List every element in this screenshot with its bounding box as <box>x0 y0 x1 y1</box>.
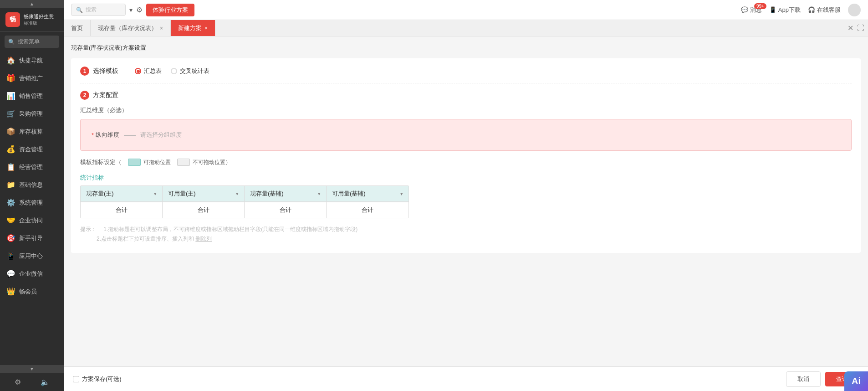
tab-home-label: 首页 <box>71 24 83 32</box>
crown-icon: 👑 <box>6 287 15 296</box>
sidebar-item-label: 系统管理 <box>19 199 43 207</box>
col-dropdown-icon-0[interactable]: ▾ <box>154 191 157 197</box>
stats-table-row: 合计 合计 合计 合计 <box>81 202 408 218</box>
radio-summary-label: 汇总表 <box>144 67 162 75</box>
nodrag-indicator-box <box>177 159 190 166</box>
message-icon: 💬 <box>741 6 748 13</box>
tab-close-btn[interactable]: ✕ <box>848 24 853 32</box>
cancel-button[interactable]: 取消 <box>786 371 821 387</box>
sidebar-item-new-guide[interactable]: 🎯 新手引导 <box>0 229 64 247</box>
sidebar-nav: 🏠 快捷导航 🎁 营销推广 📊 销售管理 🛒 采购管理 📦 库存核算 💰 资金管… <box>0 51 64 365</box>
template-radio-group: 汇总表 交叉统计表 <box>135 67 209 75</box>
tab-inventory-status[interactable]: 现存量（库存状况表） × <box>91 20 171 36</box>
tips-section: 提示： 1.拖动标题栏可以调整布局，不可跨维度或指标区域拖动栏目字段(只能在同一… <box>80 226 852 243</box>
col-header-1[interactable]: 可用量(主) ▾ <box>163 186 245 201</box>
sidebar-item-management[interactable]: 📋 经营管理 <box>0 158 64 176</box>
sidebar-item-label: 库存核算 <box>19 128 43 136</box>
sidebar-item-sales[interactable]: 📊 销售管理 <box>0 87 64 105</box>
col-header-2[interactable]: 现存量(基辅) ▾ <box>245 186 327 201</box>
radio-summary-circle <box>135 68 141 74</box>
app-name: 畅康通好生意 <box>24 13 54 20</box>
tip-title: 提示： <box>80 226 102 232</box>
tab-expand-btn[interactable]: ⛶ <box>857 24 864 32</box>
sidebar-item-label: 资金管理 <box>19 145 43 154</box>
tabs-bar-right: ✕ ⛶ <box>848 24 868 32</box>
sidebar-item-vip[interactable]: 👑 畅会员 <box>0 283 64 300</box>
radio-summary[interactable]: 汇总表 <box>135 67 162 75</box>
message-btn[interactable]: 💬 消息 99+ <box>741 6 762 14</box>
drag-indicator-box <box>128 159 141 166</box>
col-header-label-0: 现存量(主) <box>86 190 114 198</box>
dimension-area[interactable]: * 纵向维度 —— 请选择分组维度 <box>80 119 852 151</box>
settings-icon[interactable]: ⚙ <box>15 378 21 386</box>
app-version: 标准版 <box>24 20 54 26</box>
col-dropdown-icon-2[interactable]: ▾ <box>318 191 321 197</box>
box-icon: 📦 <box>6 127 15 136</box>
indicator-label: 模板指标设定（ <box>80 158 122 166</box>
app-download-label: App下载 <box>778 6 801 14</box>
ai-float-button[interactable]: Ai <box>844 371 868 391</box>
sidebar-scroll-up[interactable]: ▲ <box>0 0 64 8</box>
tab-home[interactable]: 首页 <box>64 20 91 36</box>
sidebar-item-app-center[interactable]: 📱 应用中心 <box>0 247 64 265</box>
tab-new-plan[interactable]: 新建方案 × <box>171 20 215 36</box>
sidebar-scroll-down[interactable]: ▼ <box>0 365 64 373</box>
home-icon: 🏠 <box>6 56 15 65</box>
radio-cross-label: 交叉统计表 <box>180 67 209 75</box>
save-option[interactable]: 方案保存(可选) <box>73 375 122 383</box>
sidebar-item-finance[interactable]: 💰 资金管理 <box>0 140 64 158</box>
sidebar-item-label: 基础信息 <box>19 181 43 189</box>
target-icon: 🎯 <box>6 234 15 242</box>
sidebar-item-quick-nav[interactable]: 🏠 快捷导航 <box>0 51 64 69</box>
tab-new-plan-close-icon[interactable]: × <box>204 25 208 31</box>
step1-header: 1 选择模板 汇总表 交叉统计表 <box>80 67 852 76</box>
col-header-0[interactable]: 现存量(主) ▾ <box>81 186 163 201</box>
sidebar-item-purchase[interactable]: 🛒 采购管理 <box>0 105 64 123</box>
tab-inventory-close-icon[interactable]: × <box>160 25 163 31</box>
col-header-3[interactable]: 可用量(基辅) ▾ <box>327 186 408 201</box>
sidebar-item-basic-info[interactable]: 📁 基础信息 <box>0 176 64 194</box>
logo-text: 畅康通好生意 标准版 <box>24 13 54 26</box>
col-dropdown-icon-3[interactable]: ▾ <box>400 191 403 197</box>
sidebar-item-system[interactable]: ⚙️ 系统管理 <box>0 194 64 211</box>
col-dropdown-icon-1[interactable]: ▾ <box>236 191 239 197</box>
handshake-icon: 🤝 <box>6 216 15 225</box>
topbar-dropdown-btn[interactable]: ▾ <box>129 6 133 14</box>
sidebar-item-marketing[interactable]: 🎁 营销推广 <box>0 69 64 87</box>
save-checkbox[interactable] <box>73 376 79 382</box>
step2-num: 2 <box>80 91 89 100</box>
topbar-search-box[interactable]: 🔍 搜索 <box>71 4 126 16</box>
trial-button[interactable]: 体验行业方案 <box>146 4 194 16</box>
radio-cross[interactable]: 交叉统计表 <box>171 67 209 75</box>
download-icon: 📱 <box>769 6 776 13</box>
sidebar-item-inventory[interactable]: 📦 库存核算 <box>0 123 64 140</box>
dimension-required-mark: * <box>92 132 94 139</box>
gear-icon: ⚙️ <box>6 198 15 207</box>
sidebar-search-btn[interactable]: 🔍 搜索菜单 <box>5 36 59 48</box>
sidebar-item-label: 应用中心 <box>19 252 43 260</box>
dimension-label: 纵向维度 <box>96 131 119 139</box>
topbar-gear-icon[interactable]: ⚙ <box>136 5 143 14</box>
indicator-nodrag-label: 不可拖动位置） <box>193 159 231 166</box>
step2-title: 方案配置 <box>93 91 118 99</box>
sidebar-item-wechat[interactable]: 💬 企业微信 <box>0 265 64 283</box>
sidebar-bottom: ⚙ 🔈 <box>0 373 64 391</box>
money-icon: 💰 <box>6 145 15 154</box>
sidebar-item-label: 企业协同 <box>19 216 43 225</box>
user-avatar[interactable] <box>848 4 861 16</box>
sidebar-item-label: 新手引导 <box>19 234 43 242</box>
speaker-icon[interactable]: 🔈 <box>41 378 50 386</box>
search-placeholder-text: 搜索 <box>86 6 97 14</box>
indicator-nodrag-item: 不可拖动位置） <box>177 159 231 166</box>
cell-0: 合计 <box>81 202 163 218</box>
sidebar-item-enterprise[interactable]: 🤝 企业协同 <box>0 211 64 229</box>
cart-icon: 🛒 <box>6 109 15 118</box>
app-download-btn[interactable]: 📱 App下载 <box>769 6 801 14</box>
sidebar-logo: 畅 畅康通好生意 标准版 <box>0 8 64 32</box>
settings-card: 1 选择模板 汇总表 交叉统计表 2 方案配置 <box>71 58 861 253</box>
sidebar-item-label: 企业微信 <box>19 270 43 278</box>
online-support-btn[interactable]: 🎧 在线客服 <box>808 6 841 14</box>
col-header-label-1: 可用量(主) <box>168 190 196 198</box>
tip2-link[interactable]: 删除列 <box>195 236 212 242</box>
topbar-left: 🔍 搜索 ▾ ⚙ 体验行业方案 <box>71 4 735 16</box>
